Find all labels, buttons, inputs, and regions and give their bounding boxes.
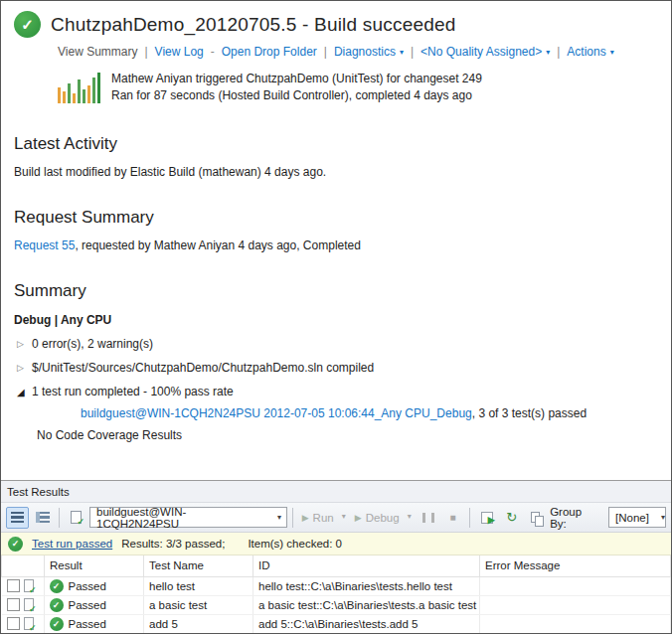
separator: - — [211, 45, 215, 59]
play-icon: ▶ — [355, 513, 362, 523]
test-results-pane: Test Results ✓ buildguest@WIN-1CQH2N24PS… — [1, 480, 671, 634]
page-title: ChutzpahDemo_20120705.5 - Build succeede… — [51, 14, 455, 36]
pause-button[interactable] — [417, 507, 439, 529]
actions-label: Actions — [567, 45, 605, 59]
build-configuration: Debug | Any CPU — [14, 313, 671, 327]
summary-item-test-run: ◢ 1 test run completed - 100% pass rate — [17, 385, 671, 398]
open-drop-folder-link[interactable]: Open Drop Folder — [222, 45, 317, 59]
group-view-button[interactable] — [31, 507, 54, 529]
passed-icon: ✓ — [50, 617, 64, 631]
pause-icon — [422, 513, 425, 523]
test-run-status-bar: ✓ Test run passed Results: 3/3 passed; I… — [1, 533, 671, 555]
latest-activity-text: Build last modified by Elastic Build (ma… — [14, 165, 671, 180]
passed-icon: ✓ — [50, 579, 64, 593]
separator: | — [557, 45, 560, 59]
error-message-column-header[interactable]: Error Message — [480, 555, 671, 576]
test-results-toolbar: ✓ buildguest@WIN-1CQH2N24PSU▾ ▶Run▾ ▶Deb… — [1, 502, 671, 533]
expander-collapsed-icon[interactable]: ▷ — [17, 339, 32, 349]
table-header-row: Result Test Name ID Error Message — [2, 555, 671, 576]
test-passed-icon: ✓ — [8, 537, 23, 552]
expander-collapsed-icon[interactable]: ▷ — [17, 363, 32, 373]
list-view-icon — [11, 512, 24, 523]
result-cell: Passed — [69, 599, 106, 611]
id-cell: a basic test::C:\a\Binaries\tests.a basi… — [253, 596, 480, 615]
error-message-cell — [480, 596, 671, 615]
show-run-details-button[interactable]: ▶ — [475, 507, 498, 529]
separator: | — [324, 45, 327, 59]
id-cell: hello test::C:\a\Binaries\tests.hello te… — [253, 576, 480, 596]
chevron-down-icon: ▾ — [610, 48, 614, 57]
refresh-icon: ↻ — [506, 510, 517, 525]
import-results-icon: ✓ — [71, 511, 82, 524]
test-name-cell: a basic test — [144, 596, 253, 615]
result-cell: Passed — [69, 618, 106, 630]
expander-expanded-icon[interactable]: ◢ — [17, 387, 32, 397]
check-glyph: ✓ — [77, 517, 84, 527]
test-result-row[interactable]: ✓ ✓Passed add 5 add 5::C:\a\Binaries\tes… — [2, 615, 671, 634]
test-name-column-header[interactable]: Test Name — [144, 555, 253, 576]
build-info-text: Mathew Aniyan triggered ChutzpahDemo (Un… — [111, 71, 482, 104]
toolbar-separator — [59, 508, 60, 528]
test-result-row[interactable]: ✓ ✓Passed a basic test a basic test::C:\… — [2, 596, 671, 615]
copy-icon — [531, 512, 540, 523]
error-message-cell — [480, 615, 671, 634]
page-header: ✓ ChutzpahDemo_20120705.5 - Build succee… — [1, 1, 671, 38]
row-checkbox[interactable] — [7, 617, 20, 630]
view-summary-link[interactable]: View Summary — [58, 45, 137, 59]
group-by-combobox[interactable]: [None]▾ — [608, 507, 666, 528]
build-actions-bar: View Summary | View Log - Open Drop Fold… — [58, 45, 671, 59]
group-by-label: Group By: — [550, 506, 600, 530]
play-icon: ▶ — [302, 513, 309, 523]
request-link[interactable]: Request 55 — [14, 238, 75, 252]
error-message-cell — [480, 576, 671, 596]
id-cell: add 5::C:\a\Binaries\tests.add 5 — [253, 615, 480, 634]
request-summary-heading: Request Summary — [14, 208, 671, 228]
test-run-combobox-value: buildguest@WIN-1CQH2N24PSU — [96, 506, 265, 530]
select-column-header[interactable] — [2, 555, 45, 576]
quality-label: <No Quality Assigned> — [420, 45, 542, 59]
view-log-link[interactable]: View Log — [155, 45, 204, 59]
test-results-table: Result Test Name ID Error Message ✓ ✓Pas… — [1, 555, 671, 634]
test-result-row[interactable]: ✓ ✓Passed hello test hello test::C:\a\Bi… — [2, 576, 671, 596]
build-duration-chart-icon[interactable] — [58, 71, 100, 103]
check-glyph: ✓ — [21, 16, 34, 34]
pane-title[interactable]: Test Results — [1, 481, 671, 502]
status-results-text: Results: 3/3 passed; — [121, 538, 225, 550]
request-summary-line: Request 55, requested by Mathew Aniyan 4… — [14, 238, 671, 253]
import-results-button[interactable]: ✓ — [65, 507, 87, 529]
test-run-passed-link[interactable]: Test run passed — [32, 538, 112, 550]
diagnostics-menu[interactable]: Diagnostics▾ — [334, 45, 404, 59]
run-label: Run — [313, 512, 334, 524]
refresh-button[interactable]: ↻ — [500, 507, 523, 529]
summary-item-label: $/UnitTest/Sources/ChutzpahDemo/Chutzpah… — [32, 361, 374, 375]
check-glyph: ✓ — [12, 539, 20, 549]
open-run-icon: ▶ — [481, 512, 493, 524]
request-text: , requested by Mathew Aniyan 4 days ago,… — [75, 238, 361, 252]
run-tests-button[interactable]: ▶Run▾ — [298, 507, 349, 529]
stop-button[interactable]: ■ — [441, 507, 464, 529]
test-run-suffix: , 3 of 3 test(s) passed — [472, 406, 587, 420]
row-checkbox[interactable] — [7, 598, 20, 611]
test-doc-icon: ✓ — [24, 598, 34, 611]
row-checkbox[interactable] — [7, 579, 20, 592]
actions-menu[interactable]: Actions▾ — [567, 45, 613, 59]
copy-button[interactable] — [525, 507, 548, 529]
test-run-combobox[interactable]: buildguest@WIN-1CQH2N24PSU▾ — [89, 507, 287, 528]
debug-tests-button[interactable]: ▶Debug▾ — [351, 507, 415, 529]
no-code-coverage-text: No Code Coverage Results — [37, 428, 671, 442]
test-doc-icon: ✓ — [24, 617, 34, 630]
quality-menu[interactable]: <No Quality Assigned>▾ — [420, 45, 550, 59]
summary-item-warnings: ▷ 0 error(s), 2 warning(s) — [17, 337, 671, 351]
chevron-down-icon: ▾ — [277, 513, 281, 522]
test-run-link[interactable]: buildguest@WIN-1CQH2N24PSU 2012-07-05 10… — [81, 406, 472, 420]
id-column-header[interactable]: ID — [253, 555, 480, 576]
separator: | — [144, 45, 147, 59]
list-view-button[interactable] — [6, 507, 29, 529]
test-name-cell: hello test — [144, 576, 253, 596]
build-info-row: Mathew Aniyan triggered ChutzpahDemo (Un… — [58, 71, 671, 104]
debug-label: Debug — [366, 512, 400, 524]
chevron-down-icon: ▾ — [408, 512, 412, 521]
result-column-header[interactable]: Result — [45, 555, 144, 576]
group-by-value: [None] — [615, 512, 649, 524]
diagnostics-label: Diagnostics — [334, 45, 396, 59]
